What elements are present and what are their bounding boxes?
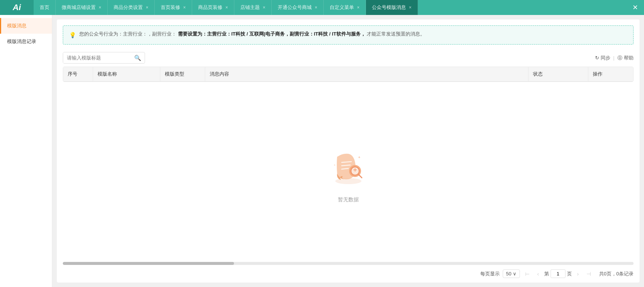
table-header-模版类型: 模版类型 bbox=[160, 67, 205, 81]
help-icon: ⓪ bbox=[617, 55, 622, 61]
help-label: 帮助 bbox=[624, 55, 634, 61]
search-input[interactable] bbox=[63, 52, 130, 63]
content-area: 💡 您的公众号行业为：主营行业：，副营行业： 需要设置为：主营行业：IT科技 /… bbox=[57, 19, 640, 283]
page-size-label: 每页显示 bbox=[480, 271, 500, 277]
action-divider: | bbox=[613, 55, 614, 61]
sidebar: 模版消息模版消息记录 bbox=[0, 15, 52, 287]
search-bar: 🔍 ↻ 同步 | ⓪ 帮助 bbox=[57, 48, 640, 67]
sync-label: 同步 bbox=[601, 55, 610, 61]
tab-close-product[interactable]: × bbox=[225, 5, 228, 10]
tab-close-mall[interactable]: × bbox=[315, 5, 317, 10]
svg-line-7 bbox=[358, 174, 362, 178]
table-header: 序号模版名称模版类型消息内容状态操作 bbox=[63, 67, 633, 82]
sidebar-item-template-message-log[interactable]: 模版消息记录 bbox=[0, 34, 52, 49]
tab-theme[interactable]: 店铺主题× bbox=[234, 0, 272, 15]
page-size-select[interactable]: 50 ∨ bbox=[503, 269, 520, 278]
bulb-icon: 💡 bbox=[69, 31, 76, 40]
notice-text: 您的公众号行业为：主营行业：，副营行业： 需要设置为：主营行业：IT科技 / 互… bbox=[79, 30, 425, 38]
tab-weshop[interactable]: 微商城店铺设置× bbox=[56, 0, 108, 15]
page-prefix-label: 第 bbox=[544, 271, 549, 277]
help-button[interactable]: ⓪ 帮助 bbox=[617, 55, 634, 61]
page-suffix-label: 页 bbox=[567, 271, 572, 277]
tab-close-template[interactable]: × bbox=[409, 5, 412, 10]
tab-homepage[interactable]: 首页装修× bbox=[155, 0, 192, 15]
tab-mall[interactable]: 开通公众号商城× bbox=[272, 0, 324, 15]
empty-illustration: ✦ ✦ bbox=[326, 146, 371, 190]
search-actions: ↻ 同步 | ⓪ 帮助 bbox=[595, 55, 634, 61]
notice-highlight: 需要设置为：主营行业：IT科技 / 互联网|电子商务，副营行业：IT科技 / I… bbox=[178, 31, 366, 37]
tab-list: 首页微商城店铺设置×商品分类设置×首页装修×商品页装修×店铺主题×开通公众号商城… bbox=[34, 0, 626, 15]
sync-button[interactable]: ↻ 同步 bbox=[595, 55, 610, 61]
tab-home[interactable]: 首页 bbox=[34, 0, 56, 15]
table-header-状态: 状态 bbox=[529, 67, 588, 81]
empty-state: ✦ ✦ 暂无数据 bbox=[57, 82, 640, 259]
svg-text:✦: ✦ bbox=[358, 155, 361, 159]
tab-category[interactable]: 商品分类设置× bbox=[108, 0, 155, 15]
chevron-down-icon: ∨ bbox=[513, 271, 517, 277]
sidebar-item-template-message[interactable]: 模版消息 bbox=[0, 18, 52, 34]
first-page-button[interactable]: ⊢ bbox=[523, 270, 532, 278]
page-size-value: 50 bbox=[506, 271, 511, 277]
svg-text:✦: ✦ bbox=[333, 164, 336, 167]
tab-template[interactable]: 公众号模版消息× bbox=[366, 0, 418, 15]
sync-icon: ↻ bbox=[595, 55, 599, 61]
tab-close-category[interactable]: × bbox=[146, 5, 148, 10]
prev-page-button[interactable]: ‹ bbox=[535, 270, 541, 278]
tab-close-theme[interactable]: × bbox=[263, 5, 265, 10]
tab-custommenu[interactable]: 自定义菜单× bbox=[324, 0, 366, 15]
table-header-序号: 序号 bbox=[63, 67, 93, 81]
tab-close-weshop[interactable]: × bbox=[99, 5, 101, 10]
page-number-input[interactable] bbox=[551, 269, 566, 278]
total-info: 共0页，0条记录 bbox=[599, 271, 634, 277]
pagination: 每页显示 50 ∨ ⊢ ‹ 第 页 › ⊣ 共0页，0条记录 bbox=[57, 265, 640, 283]
tab-close-homepage[interactable]: × bbox=[183, 5, 186, 10]
table-header-消息内容: 消息内容 bbox=[205, 67, 529, 81]
search-input-wrap: 🔍 bbox=[63, 52, 145, 64]
main-layout: 模版消息模版消息记录 💡 您的公众号行业为：主营行业：，副营行业： 需要设置为：… bbox=[0, 15, 644, 287]
top-nav: Ai 首页微商城店铺设置×商品分类设置×首页装修×商品页装修×店铺主题×开通公众… bbox=[0, 0, 644, 15]
table-wrap: 序号模版名称模版类型消息内容状态操作 bbox=[63, 67, 634, 82]
page-input-wrap: 第 页 bbox=[544, 269, 572, 278]
close-window-button[interactable]: ✕ bbox=[626, 0, 644, 15]
tab-product[interactable]: 商品页装修× bbox=[192, 0, 234, 15]
horizontal-scrollbar[interactable] bbox=[63, 262, 634, 265]
search-button[interactable]: 🔍 bbox=[130, 55, 145, 61]
next-page-button[interactable]: › bbox=[575, 270, 581, 278]
scroll-thumb bbox=[63, 262, 234, 265]
notice-banner: 💡 您的公众号行业为：主营行业：，副营行业： 需要设置为：主营行业：IT科技 /… bbox=[63, 25, 634, 45]
table-header-操作: 操作 bbox=[588, 67, 633, 81]
tab-close-custommenu[interactable]: × bbox=[357, 5, 360, 10]
brand-logo: Ai bbox=[0, 0, 34, 15]
table-header-模版名称: 模版名称 bbox=[93, 67, 160, 81]
empty-text: 暂无数据 bbox=[338, 196, 359, 203]
last-page-button[interactable]: ⊣ bbox=[584, 270, 593, 278]
